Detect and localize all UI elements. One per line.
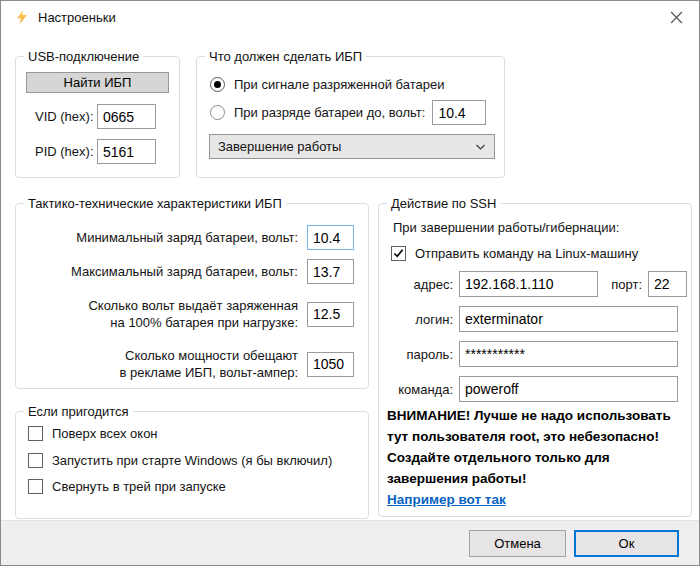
settings-dialog: Настроеньки USB-подключение Найти ИБП VI… bbox=[0, 0, 700, 566]
voltage-threshold-input[interactable] bbox=[432, 100, 486, 125]
example-link[interactable]: Например вот так bbox=[387, 489, 506, 510]
radio-voltage-label: При разряде батареи до, вольт: bbox=[234, 105, 425, 120]
port-input[interactable] bbox=[648, 271, 687, 297]
spec-row-min-charge: Минимальный заряд батареи, вольт: bbox=[76, 225, 354, 250]
ssh-group-title: Действие по SSH bbox=[387, 196, 500, 211]
command-row: команда: bbox=[381, 376, 678, 402]
send-command-label: Отправить команду на Linux-машину bbox=[415, 246, 638, 261]
radio-row-signal: При сигнале разряженной батареи bbox=[210, 77, 444, 92]
extras-group-title: Если пригодится bbox=[24, 404, 133, 419]
spec-row-load-voltage: Сколько вольт выдаёт заряженная на 100% … bbox=[88, 297, 354, 331]
radio-row-voltage: При разряде батареи до, вольт: bbox=[210, 100, 486, 125]
vid-input[interactable] bbox=[97, 104, 156, 129]
pid-label: PID (hex): bbox=[35, 144, 97, 159]
chevron-down-icon bbox=[475, 143, 486, 151]
load-voltage-label: Сколько вольт выдаёт заряженная на 100% … bbox=[88, 297, 298, 331]
max-charge-input[interactable] bbox=[307, 259, 354, 284]
radio-signal-label: При сигнале разряженной батареи bbox=[234, 77, 444, 92]
login-row: логин: bbox=[381, 306, 678, 332]
min-charge-input[interactable] bbox=[307, 225, 354, 250]
password-input[interactable] bbox=[459, 341, 678, 367]
login-input[interactable] bbox=[459, 306, 678, 332]
ssh-send-row: Отправить команду на Linux-машину bbox=[391, 246, 638, 261]
extras-group: Если пригодится Поверх всех окон Запусти… bbox=[15, 411, 369, 519]
ok-button[interactable]: Ок bbox=[574, 530, 679, 557]
password-row: пароль: bbox=[381, 341, 678, 367]
spec-row-max-charge: Максимальный заряд батареи, вольт: bbox=[71, 259, 354, 284]
specs-group: Тактико-технические характеристики ИБП М… bbox=[15, 203, 369, 389]
autostart-row: Запустить при старте Windows (я бы включ… bbox=[28, 453, 332, 468]
address-input[interactable] bbox=[459, 271, 598, 297]
tray-row: Свернуть в трей при запуске bbox=[28, 479, 226, 494]
usb-group: USB-подключение Найти ИБП VID (hex): PID… bbox=[15, 56, 180, 178]
radio-voltage[interactable] bbox=[210, 105, 225, 120]
close-icon[interactable] bbox=[653, 1, 699, 33]
root-warning-text: ВНИМАНИЕ! Лучше не надо использовать тут… bbox=[387, 405, 685, 489]
tray-checkbox[interactable] bbox=[28, 479, 43, 494]
spec-row-rated-power: Сколько мощности обещают в рекламе ИБП, … bbox=[120, 347, 354, 381]
topmost-row: Поверх всех окон bbox=[28, 426, 158, 441]
port-label: порт: bbox=[598, 277, 642, 292]
topmost-label: Поверх всех окон bbox=[52, 426, 158, 441]
address-row: адрес: порт: bbox=[381, 271, 687, 297]
ssh-subtitle: При завершении работы/гибернации: bbox=[393, 220, 619, 235]
ups-action-group-title: Что должен сделать ИБП bbox=[205, 49, 366, 64]
lightning-icon bbox=[13, 9, 30, 26]
shutdown-mode-value: Завершение работы bbox=[218, 139, 341, 154]
ups-action-group: Что должен сделать ИБП При сигнале разря… bbox=[196, 56, 505, 178]
autostart-checkbox[interactable] bbox=[28, 453, 43, 468]
load-voltage-input[interactable] bbox=[307, 302, 354, 327]
tray-label: Свернуть в трей при запуске bbox=[52, 479, 226, 494]
title-bar: Настроеньки bbox=[1, 1, 699, 33]
vid-row: VID (hex): bbox=[35, 104, 156, 129]
specs-group-title: Тактико-технические характеристики ИБП bbox=[24, 196, 286, 211]
max-charge-label: Максимальный заряд батареи, вольт: bbox=[71, 263, 298, 280]
rated-power-input[interactable] bbox=[307, 352, 354, 377]
ssh-note: ВНИМАНИЕ! Лучше не надо использовать тут… bbox=[387, 405, 685, 510]
autostart-label: Запустить при старте Windows (я бы включ… bbox=[52, 453, 332, 468]
rated-power-label: Сколько мощности обещают в рекламе ИБП, … bbox=[120, 347, 298, 381]
pid-row: PID (hex): bbox=[35, 139, 156, 164]
window-title: Настроеньки bbox=[38, 10, 116, 25]
cancel-button[interactable]: Отмена bbox=[469, 530, 566, 557]
min-charge-label: Минимальный заряд батареи, вольт: bbox=[76, 229, 298, 246]
pid-input[interactable] bbox=[97, 139, 156, 164]
vid-label: VID (hex): bbox=[35, 109, 97, 124]
shutdown-mode-select[interactable]: Завершение работы bbox=[209, 134, 495, 159]
usb-group-title: USB-подключение bbox=[24, 49, 143, 64]
footer-bar: Отмена Ок bbox=[1, 520, 699, 565]
find-ups-button[interactable]: Найти ИБП bbox=[26, 72, 169, 93]
login-label: логин: bbox=[381, 312, 453, 327]
topmost-checkbox[interactable] bbox=[28, 426, 43, 441]
radio-signal[interactable] bbox=[210, 77, 225, 92]
password-label: пароль: bbox=[381, 347, 453, 362]
address-label: адрес: bbox=[381, 277, 453, 292]
ssh-group: Действие по SSH При завершении работы/ги… bbox=[378, 203, 692, 517]
command-input[interactable] bbox=[459, 376, 678, 402]
send-command-checkbox[interactable] bbox=[391, 246, 406, 261]
command-label: команда: bbox=[381, 382, 453, 397]
